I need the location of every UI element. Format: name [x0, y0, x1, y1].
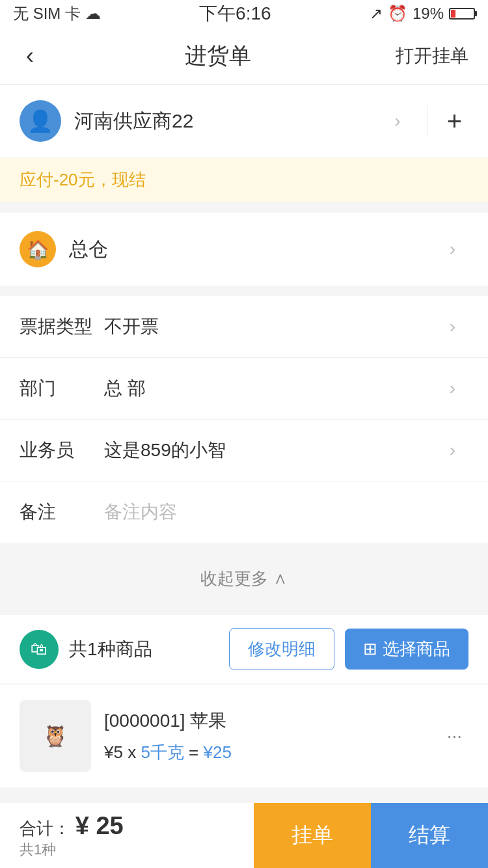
invoice-label: 票据类型	[20, 314, 104, 339]
product-image-placeholder: 🦉	[42, 724, 68, 748]
product-info: [0000001] 苹果 ¥5 x 5千克 = ¥25	[104, 709, 427, 764]
unit-price: ¥5	[104, 742, 123, 762]
total-count: 共1种	[20, 840, 234, 860]
product-count: 共1种商品	[69, 637, 219, 662]
staff-row[interactable]: 业务员 这是859的小智 ›	[0, 419, 488, 481]
products-icon: 🛍	[20, 630, 59, 669]
dept-value: 总 部	[104, 376, 450, 401]
sim-signal: 无 SIM 卡 ☁	[13, 3, 101, 24]
supplier-row[interactable]: 👤 河南供应商22 › +	[0, 85, 488, 158]
edit-detail-button[interactable]: 修改明细	[229, 628, 334, 670]
supplier-section: 👤 河南供应商22 › + 应付-20元，现结	[0, 85, 488, 202]
location-icon: ↗	[370, 5, 383, 23]
equals-sign: =	[189, 742, 203, 762]
item-total: ¥25	[204, 742, 232, 762]
open-pending-button[interactable]: 打开挂单	[396, 44, 468, 68]
remark-label: 备注	[20, 500, 104, 524]
staff-value: 这是859的小智	[104, 438, 450, 463]
product-thumbnail: 🦉	[20, 700, 91, 772]
product-item: 🦉 [0000001] 苹果 ¥5 x 5千克 = ¥25 ···	[0, 685, 488, 787]
status-time: 下午6:16	[199, 1, 271, 26]
total-row: 合计： ¥ 25	[20, 812, 234, 840]
select-icon: ⊞	[363, 639, 377, 659]
product-name: [0000001] 苹果	[104, 709, 427, 733]
product-code: [0000001]	[104, 711, 185, 731]
select-product-label: 选择商品	[383, 638, 450, 660]
total-label: 合计：	[20, 819, 70, 838]
hang-order-button[interactable]: 挂单	[254, 803, 371, 868]
warehouse-icon-wrap: 🏠	[20, 231, 56, 267]
more-button[interactable]: ···	[441, 719, 468, 753]
cart-icon: 🛍	[31, 639, 47, 659]
products-header: 🛍 共1种商品 修改明细 ⊞ 选择商品	[0, 615, 488, 683]
invoice-row[interactable]: 票据类型 不开票 ›	[0, 296, 488, 357]
warehouse-name: 总仓	[69, 236, 450, 263]
battery-percent: 19%	[413, 5, 444, 23]
dept-chevron-icon: ›	[450, 378, 455, 399]
warehouse-section: 🏠 总仓 ›	[0, 213, 488, 286]
product-title: 苹果	[190, 711, 226, 731]
warehouse-chevron-icon: ›	[450, 239, 455, 260]
status-left: 无 SIM 卡 ☁	[13, 3, 101, 24]
dept-row[interactable]: 部门 总 部 ›	[0, 357, 488, 419]
staff-label: 业务员	[20, 438, 104, 463]
page-title: 进货单	[185, 41, 251, 71]
supplier-name: 河南供应商22	[74, 108, 394, 135]
status-right: ↗ ⏰ 19%	[370, 5, 475, 23]
warehouse-icon: 🏠	[27, 239, 49, 260]
bottom-bar: 合计： ¥ 25 共1种 挂单 结算	[0, 803, 488, 868]
quantity: 5千克	[141, 742, 183, 762]
form-section: 票据类型 不开票 › 部门 总 部 › 业务员 这是859的小智 › 备注 备注…	[0, 296, 488, 543]
remark-input[interactable]: 备注内容	[104, 500, 468, 524]
total-section: 合计： ¥ 25 共1种	[0, 812, 254, 860]
divider	[427, 105, 427, 137]
alarm-icon: ⏰	[388, 5, 407, 23]
checkout-button[interactable]: 结算	[371, 803, 488, 868]
invoice-chevron-icon: ›	[450, 316, 455, 337]
avatar-icon: 👤	[27, 109, 53, 133]
nav-bar: ‹ 进货单 打开挂单	[0, 27, 488, 85]
warehouse-row[interactable]: 🏠 总仓 ›	[0, 213, 488, 286]
total-amount: ¥ 25	[75, 812, 124, 839]
supplier-avatar: 👤	[20, 100, 61, 142]
back-button[interactable]: ‹	[20, 36, 40, 76]
staff-chevron-icon: ›	[450, 440, 455, 461]
status-bar: 无 SIM 卡 ☁ 下午6:16 ↗ ⏰ 19%	[0, 0, 488, 27]
product-price: ¥5 x 5千克 = ¥25	[104, 741, 427, 764]
supplier-notice: 应付-20元，现结	[0, 158, 488, 202]
remark-row[interactable]: 备注 备注内容	[0, 481, 488, 543]
multiply-sign: x	[128, 742, 141, 762]
collapse-bar[interactable]: 收起更多 ∧	[0, 553, 488, 604]
select-product-button[interactable]: ⊞ 选择商品	[345, 629, 468, 670]
invoice-value: 不开票	[104, 314, 450, 339]
supplier-chevron-icon: ›	[394, 111, 400, 131]
add-supplier-button[interactable]: +	[441, 107, 468, 136]
battery-icon	[449, 8, 475, 20]
dept-label: 部门	[20, 376, 104, 401]
